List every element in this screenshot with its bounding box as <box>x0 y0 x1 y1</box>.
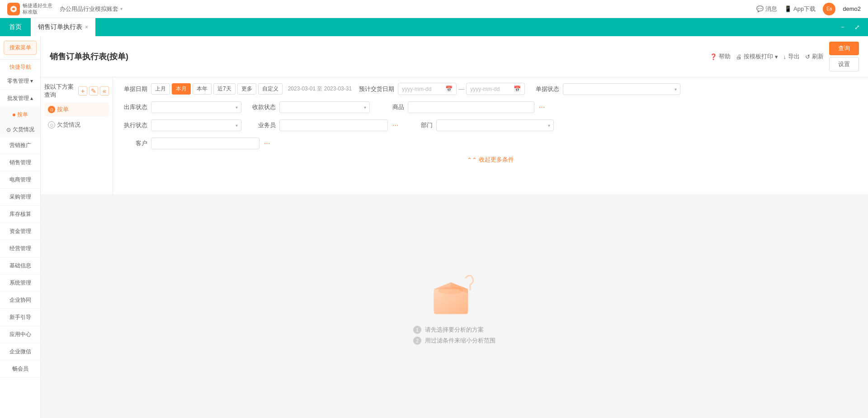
salesman-input[interactable] <box>279 119 388 131</box>
customer-input[interactable] <box>151 138 259 149</box>
tab-home[interactable]: 首页 <box>0 18 31 36</box>
filter-row-1: 单据日期 上月 本月 本年 近7天 更多 自定义 2023-03-01 至 20… <box>120 83 861 95</box>
date-btn-last-7-days[interactable]: 近7天 <box>213 83 236 95</box>
help-button[interactable]: ❓ 帮助 <box>710 52 731 61</box>
settings-button[interactable]: 设置 <box>829 57 859 71</box>
sidebar-search-area: 搜索菜单 <box>0 36 40 60</box>
minimize-icon: － <box>840 23 846 31</box>
scheme-panel-title: 按以下方案查询 <box>44 83 78 99</box>
sidebar-item-base[interactable]: 基础信息 <box>0 257 40 275</box>
status-select-wrapper <box>563 83 680 95</box>
scheme-item-backorder[interactable]: ⊙ 欠货情况 <box>44 118 109 132</box>
filter-form: 单据日期 上月 本月 本年 近7天 更多 自定义 2023-03-01 至 20… <box>113 77 868 195</box>
expected-date-end-input[interactable]: yyyy-mm-dd 📅 <box>466 83 525 95</box>
outbound-select[interactable] <box>151 101 241 113</box>
customer-label: 客户 <box>120 139 147 147</box>
collapse-button[interactable]: ⌃⌃ 收起更多条件 <box>120 156 861 164</box>
customer-dots[interactable]: ··· <box>264 139 270 147</box>
filter-field-exec: 执行状态 <box>120 119 241 131</box>
status-select[interactable] <box>563 83 680 95</box>
refresh-button[interactable]: ↺ 刷新 <box>805 52 824 61</box>
salesman-dots[interactable]: ··· <box>392 121 398 129</box>
sidebar-item-inventory[interactable]: 库存核算 <box>0 206 40 223</box>
page-title-row: 销售订单执行表(按单) ❓ 帮助 🖨 按模板打印 ▾ ↓ 导出 <box>50 42 859 71</box>
date-btn-this-year[interactable]: 本年 <box>193 83 212 95</box>
logo-area: 畅捷通好生意 标准版 <box>7 3 52 15</box>
sidebar-item-apps[interactable]: 应用中心 <box>0 326 40 343</box>
scheme-item-press[interactable]: ⊙ 按单 <box>44 103 109 116</box>
filter-field-salesman: 业务员 ··· <box>249 119 398 131</box>
filter-field-dept: 部门 <box>406 119 554 131</box>
sidebar-item-finance[interactable]: 资金管理 <box>0 223 40 240</box>
outbound-label: 出库状态 <box>120 103 147 111</box>
tab-close-icon[interactable]: × <box>85 24 88 30</box>
sidebar-sub-item-press[interactable]: 按单 <box>0 107 40 122</box>
filter-field-payment: 收款状态 <box>249 101 370 113</box>
sidebar-item-enterprise[interactable]: 企业协同 <box>0 292 40 309</box>
sidebar-search-button[interactable]: 搜索菜单 <box>4 41 37 55</box>
sidebar-quick-nav[interactable]: 快捷导航 <box>0 60 40 73</box>
tab-minimize-button[interactable]: － <box>837 22 848 33</box>
sidebar-item-system[interactable]: 系统管理 <box>0 275 40 292</box>
username-label[interactable]: demo2 <box>843 5 861 12</box>
filter-field-date: 单据日期 上月 本月 本年 近7天 更多 自定义 2023-03-01 至 20… <box>120 83 352 95</box>
sidebar-item-marketing[interactable]: 营销推广 <box>0 137 40 154</box>
print-button[interactable]: 🖨 按模板打印 ▾ <box>736 52 778 61</box>
goods-dots[interactable]: ··· <box>539 103 545 111</box>
scheme-add-button[interactable]: + <box>78 86 87 95</box>
exec-select[interactable] <box>151 119 241 131</box>
sidebar-item-ecommerce[interactable]: 电商管理 <box>0 171 40 189</box>
scheme-edit-button[interactable]: ✎ <box>89 86 98 95</box>
collapse-arrow-icon: ⌃⌃ <box>467 157 477 163</box>
expected-date-start-input[interactable]: yyyy-mm-dd 📅 <box>398 83 457 95</box>
sidebar-item-guide[interactable]: 新手引导 <box>0 309 40 326</box>
svg-point-3 <box>438 287 463 294</box>
empty-hint-2: 2 用过滤条件来缩小分析范围 <box>413 337 495 345</box>
topbar: 畅捷通好生意 标准版 办公用品行业模拟账套 ▾ 💬 消息 📱 App下载 Ea … <box>0 0 868 18</box>
sidebar-item-member[interactable]: 畅会员 <box>0 361 40 378</box>
sidebar-item-operations[interactable]: 经营管理 <box>0 240 40 257</box>
filter-row-4: 客户 ··· <box>120 138 861 149</box>
date-btn-this-month[interactable]: 本月 <box>172 83 191 95</box>
breadcrumb-arrow-icon[interactable]: ▾ <box>120 6 123 11</box>
filter-field-expected-date: 预计交货日期 yyyy-mm-dd 📅 — yyyy-mm-dd 📅 <box>359 83 525 95</box>
scheme-panel-header: 按以下方案查询 + ✎ « <box>44 83 109 99</box>
sidebar-item-retail[interactable]: 零售管理 ▾ <box>0 73 40 90</box>
sidebar-item-wechat[interactable]: 企业微信 <box>0 343 40 361</box>
sidebar-item-purchase[interactable]: 采购管理 <box>0 189 40 206</box>
tab-sales-order[interactable]: 销售订单执行表 × <box>31 18 95 36</box>
avatar[interactable]: Ea <box>823 3 835 15</box>
search-button[interactable]: 查询 <box>829 42 859 55</box>
sidebar-item-sales[interactable]: 销售管理 <box>0 154 40 171</box>
app-download-button[interactable]: 📱 App下载 <box>784 5 816 13</box>
payment-select[interactable] <box>279 101 370 113</box>
date-btn-last-month[interactable]: 上月 <box>151 83 170 95</box>
hint-2-text: 用过滤条件来缩小分析范围 <box>425 337 495 345</box>
scheme-collapse-button[interactable]: « <box>100 86 109 95</box>
calendar-start-icon: 📅 <box>445 86 453 92</box>
date-options-group: 上月 本月 本年 近7天 更多 自定义 <box>151 83 283 95</box>
svg-point-4 <box>469 289 471 290</box>
tab-maximize-button[interactable]: ⤢ <box>852 22 863 33</box>
date-btn-more[interactable]: 更多 <box>237 83 256 95</box>
goods-input[interactable] <box>408 101 534 113</box>
dept-select[interactable] <box>436 119 554 131</box>
help-icon: ❓ <box>710 53 717 60</box>
sidebar-item-wholesale[interactable]: 批发管理 ▴ <box>0 90 40 107</box>
status-label: 单据状态 <box>532 85 559 93</box>
topbar-left: 畅捷通好生意 标准版 办公用品行业模拟账套 ▾ <box>7 3 123 15</box>
salesman-label: 业务员 <box>249 121 276 129</box>
scheme-panel: 按以下方案查询 + ✎ « ⊙ 按单 ⊙ 欠货情况 <box>41 77 113 195</box>
date-btn-custom[interactable]: 自定义 <box>258 83 283 95</box>
sidebar-sub-item-backorder[interactable]: ⊙ 欠货情况 <box>0 122 40 137</box>
export-button[interactable]: ↓ 导出 <box>783 52 800 61</box>
active-dot-icon <box>13 114 15 116</box>
print-icon: 🖨 <box>736 53 742 60</box>
message-button[interactable]: 💬 消息 <box>756 5 777 13</box>
sidebar: 搜索菜单 快捷导航 零售管理 ▾ 批发管理 ▴ 按单 ⊙ 欠货情况 营销推广 销… <box>0 36 41 418</box>
empty-state: 1 请先选择要分析的方案 2 用过滤条件来缩小分析范围 <box>413 269 495 345</box>
logo-text: 畅捷通好生意 标准版 <box>23 3 52 14</box>
empty-hint-1: 1 请先选择要分析的方案 <box>413 326 495 334</box>
topbar-right: 💬 消息 📱 App下载 Ea demo2 <box>756 3 861 15</box>
filter-row-2: 出库状态 收款状态 <box>120 101 861 113</box>
